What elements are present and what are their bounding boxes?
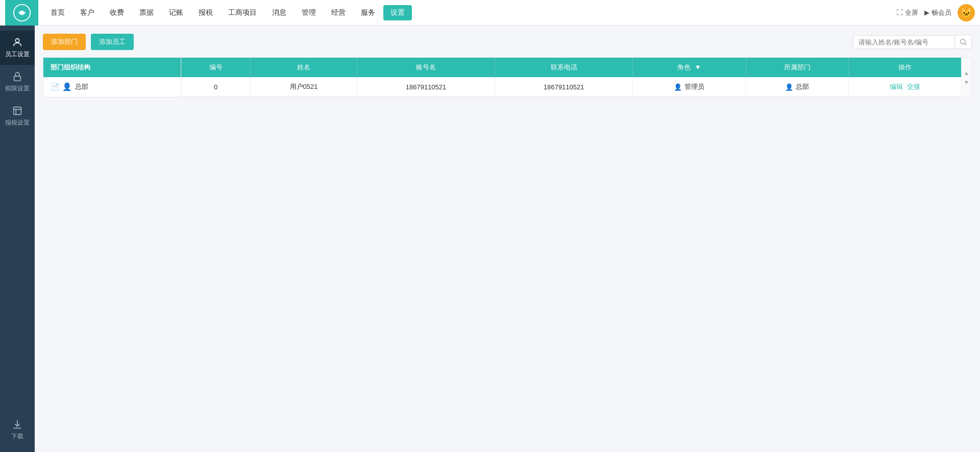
add-dept-button[interactable]: 添加部门 (43, 34, 86, 50)
nav-item-服务[interactable]: 服务 (354, 5, 382, 20)
nav-item-收费[interactable]: 收费 (103, 5, 131, 20)
emp-table: 编号 姓名 账号名 联系电话 角色 ▼ 所属部门 操作 (181, 58, 961, 97)
vip-label: 畅会员 (932, 8, 951, 17)
scroll-down-btn[interactable]: ▼ (962, 78, 971, 87)
svg-rect-3 (14, 76, 21, 81)
nav-item-经营[interactable]: 经营 (324, 5, 353, 20)
topbar: 首页客户收费票据记账报税工商项目消息管理经营服务设置 ⛶ 全屏 ▶ 畅会员 🐱 (0, 0, 980, 26)
svg-point-8 (961, 39, 965, 44)
col-id: 编号 (181, 58, 251, 77)
nav-item-报税[interactable]: 报税 (191, 5, 220, 20)
col-account: 账号名 (357, 58, 495, 77)
svg-point-2 (15, 39, 19, 42)
sidebar-bottom: 下载 (0, 413, 35, 452)
scroll-up-btn[interactable]: ▲ (962, 68, 971, 78)
edit-link[interactable]: 编辑 (890, 82, 903, 91)
svg-rect-4 (14, 107, 21, 115)
table-scroll-controls: ▲ ▼ (961, 58, 971, 97)
dept-tree-item[interactable]: 📄 👤 总部 (43, 77, 181, 97)
handover-link[interactable]: 交接 (907, 82, 920, 91)
nav-item-记账[interactable]: 记账 (162, 5, 190, 20)
fullscreen-label: 全屏 (905, 8, 918, 17)
sidebar-download[interactable]: 下载 (0, 413, 35, 447)
toolbar: 添加部门 添加员工 (43, 34, 972, 50)
fullscreen-btn[interactable]: ⛶ 全屏 (896, 8, 918, 17)
sidebar-item-employee-label: 员工设置 (5, 50, 30, 59)
col-phone: 联系电话 (495, 58, 633, 77)
dept-name: 总部 (75, 82, 88, 91)
cell-name: 用户0521 (251, 77, 357, 97)
video-icon: ▶ (924, 9, 929, 16)
col-name: 姓名 (251, 58, 357, 77)
col-role: 角色 ▼ (633, 58, 746, 77)
nav-item-客户[interactable]: 客户 (73, 5, 102, 20)
table-row: 0 用户0521 18679110521 18679110521 👤 管理员 (181, 77, 961, 97)
search-button[interactable] (955, 35, 972, 49)
table-header: 编号 姓名 账号名 联系电话 角色 ▼ 所属部门 操作 (181, 58, 961, 77)
search-icon (959, 38, 967, 46)
topbar-right: ⛶ 全屏 ▶ 畅会员 🐱 (896, 4, 975, 21)
cell-dept: 👤 总部 (746, 77, 849, 97)
cell-action: 编辑 交接 (849, 77, 961, 97)
cell-id: 0 (181, 77, 251, 97)
vip-btn[interactable]: ▶ 畅会员 (924, 8, 951, 17)
table-area: 部门组织结构 📄 👤 总部 编号 姓名 账号名 联系电话 (43, 57, 972, 98)
dept-tree: 部门组织结构 📄 👤 总部 (43, 58, 181, 97)
fullscreen-icon: ⛶ (896, 9, 903, 16)
nav-item-消息[interactable]: 消息 (265, 5, 293, 20)
sidebar-item-permission[interactable]: 权限设置 (0, 65, 35, 99)
dept-user-icon-cell: 👤 (785, 83, 793, 91)
sidebar-download-label: 下载 (11, 432, 23, 441)
sidebar-item-tax-label: 报税设置 (5, 118, 30, 127)
col-action: 操作 (849, 58, 961, 77)
sidebar-item-employee[interactable]: 员工设置 (0, 31, 35, 65)
nav-item-工商项目[interactable]: 工商项目 (221, 5, 264, 20)
cell-role: 👤 管理员 (633, 77, 746, 97)
svg-line-9 (965, 43, 966, 45)
add-emp-button[interactable]: 添加员工 (91, 34, 134, 50)
content-area: 添加部门 添加员工 部门组织结构 📄 👤 总部 (35, 26, 980, 452)
logo (5, 0, 38, 26)
main-nav: 首页客户收费票据记账报税工商项目消息管理经营服务设置 (43, 5, 896, 20)
cell-phone: 18679110521 (495, 77, 633, 97)
main-layout: 员工设置 权限设置 报税设置 下载 (0, 26, 980, 452)
file-icon: 📄 (51, 83, 59, 91)
col-dept: 所属部门 (746, 58, 849, 77)
employee-table: 编号 姓名 账号名 联系电话 角色 ▼ 所属部门 操作 (181, 58, 961, 97)
search-box (853, 34, 972, 50)
svg-point-1 (20, 11, 23, 14)
sidebar: 员工设置 权限设置 报税设置 下载 (0, 26, 35, 452)
dept-tree-header: 部门组织结构 (43, 58, 181, 77)
sidebar-item-permission-label: 权限设置 (5, 84, 30, 93)
cell-account: 18679110521 (357, 77, 495, 97)
table-body: 0 用户0521 18679110521 18679110521 👤 管理员 (181, 77, 961, 97)
user-avatar[interactable]: 🐱 (958, 4, 975, 21)
nav-item-首页[interactable]: 首页 (43, 5, 72, 20)
nav-item-票据[interactable]: 票据 (132, 5, 161, 20)
sidebar-item-tax[interactable]: 报税设置 (0, 99, 35, 133)
nav-item-管理[interactable]: 管理 (295, 5, 323, 20)
nav-item-设置[interactable]: 设置 (383, 5, 412, 20)
role-user-icon: 👤 (674, 83, 682, 91)
dept-user-icon: 👤 (62, 82, 72, 91)
search-input[interactable] (853, 35, 955, 49)
role-filter-icon[interactable]: ▼ (695, 63, 701, 71)
